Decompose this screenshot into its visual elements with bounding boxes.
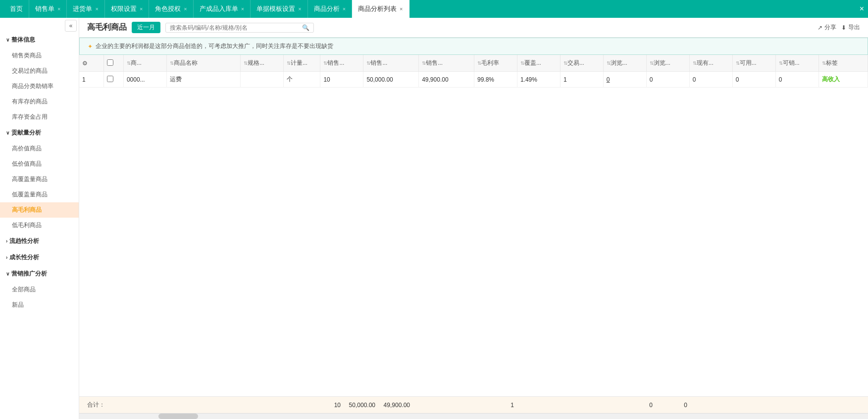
col-header-name[interactable]: ⇅商品名称 <box>166 55 240 72</box>
cell-spec-0 <box>240 72 283 88</box>
search-input[interactable] <box>170 24 302 31</box>
col-header-checkbox[interactable] <box>104 55 124 72</box>
col-header-salesQty[interactable]: ⇅销售... <box>320 55 363 72</box>
sort-icon: ⇅ <box>736 60 740 66</box>
sidebar-section-4[interactable]: ∨营销推广分析 <box>0 266 79 282</box>
sort-icon: ⇅ <box>422 60 426 66</box>
footer-sales-qty: 10 <box>309 402 344 409</box>
window-close-button[interactable]: × <box>860 0 864 18</box>
sidebar-item-1-1[interactable]: 低价值商品 <box>0 156 79 172</box>
sidebar-item-1-0[interactable]: 高价值商品 <box>0 141 79 156</box>
col-header-tag[interactable]: ⇅标签 <box>818 55 868 72</box>
sidebar-item-1-2[interactable]: 高覆盖量商品 <box>0 172 79 187</box>
col-header-browse1[interactable]: ⇅浏览... <box>603 55 646 72</box>
nav-tab-close-7[interactable]: × <box>343 6 346 12</box>
cell-unit-0: 个 <box>283 72 320 88</box>
nav-tab-close-5[interactable]: × <box>241 6 244 12</box>
horizontal-scrollbar[interactable] <box>79 413 868 419</box>
sidebar-item-1-3[interactable]: 低覆盖量商品 <box>0 187 79 202</box>
nav-tab-close-2[interactable]: × <box>95 6 98 12</box>
cell-grossMargin-0: 99.8% <box>474 72 517 88</box>
nav-tab-6[interactable]: 单据模板设置 × <box>251 0 307 18</box>
share-icon: ↗ <box>817 24 822 31</box>
sort-icon: ⇅ <box>287 60 291 66</box>
sort-icon: ⇅ <box>366 60 370 66</box>
col-header-salesAmt[interactable]: ⇅销售... <box>363 55 419 72</box>
cell-salesAmt-0: 50,000.00 <box>363 72 419 88</box>
share-button[interactable]: ↗ 分享 <box>817 23 836 32</box>
export-button[interactable]: ⬇ 导出 <box>841 23 860 32</box>
sidebar-item-0-4[interactable]: 库存资金占用 <box>0 109 79 125</box>
sidebar: «∨整体信息销售类商品交易过的商品商品分类助销率有库存的商品库存资金占用∨贡献量… <box>0 18 79 419</box>
cell-available-0: 0 <box>732 72 775 88</box>
col-header-salesCost[interactable]: ⇅销售... <box>419 55 474 72</box>
sidebar-section-1[interactable]: ∨贡献量分析 <box>0 125 79 141</box>
nav-tab-7[interactable]: 商品分析 × <box>308 0 352 18</box>
cell-checkbox-0[interactable] <box>104 72 124 88</box>
sidebar-item-4-0[interactable]: 全部商品 <box>0 282 79 297</box>
select-all-checkbox[interactable] <box>107 59 113 66</box>
sidebar-section-2[interactable]: ›流趋性分析 <box>0 233 79 249</box>
nav-tab-5[interactable]: 产成品入库单 × <box>194 0 251 18</box>
footer-available: 0 <box>621 402 656 409</box>
footer-label: 合计： <box>87 401 105 409</box>
col-header-available[interactable]: ⇅可用... <box>732 55 775 72</box>
col-header-coverage[interactable]: ⇅覆盖... <box>517 55 560 72</box>
col-header-sku[interactable]: ⇅商... <box>123 55 166 72</box>
sidebar-arrow-icon: › <box>6 238 7 244</box>
cell-transaction-0: 1 <box>560 72 603 88</box>
col-header-transaction[interactable]: ⇅交易... <box>560 55 603 72</box>
cell-browse1-0[interactable]: 0 <box>603 72 646 88</box>
settings-icon[interactable]: ⚙ <box>82 60 88 67</box>
table-wrapper[interactable]: ⚙⇅商...⇅商品名称⇅规格...⇅计量...⇅销售...⇅销售...⇅销售..… <box>79 55 868 396</box>
nav-tab-close-1[interactable]: × <box>57 6 60 12</box>
nav-tab-3[interactable]: 权限设置 × <box>105 0 149 18</box>
sidebar-item-0-2[interactable]: 商品分类助销率 <box>0 79 79 94</box>
sidebar-section-0[interactable]: ∨整体信息 <box>0 32 79 48</box>
sort-icon: ⇅ <box>244 60 248 66</box>
nav-tab-close-8[interactable]: × <box>400 6 403 12</box>
sort-icon: ⇅ <box>822 60 826 66</box>
sidebar-item-1-5[interactable]: 低毛利商品 <box>0 218 79 233</box>
col-header-stock[interactable]: ⇅现有... <box>689 55 732 72</box>
sidebar-collapse-button[interactable]: « <box>65 20 77 32</box>
cell-stock-0: 0 <box>689 72 732 88</box>
cell-coverage-0: 1.49% <box>517 72 560 88</box>
col-header-index[interactable]: ⚙ <box>79 55 104 72</box>
nav-tab-4[interactable]: 角色授权 × <box>149 0 193 18</box>
nav-tab-1[interactable]: 销售单 × <box>29 0 67 18</box>
sort-icon: ⇅ <box>607 60 611 66</box>
export-icon: ⬇ <box>841 24 846 31</box>
nav-tab-close-3[interactable]: × <box>140 6 143 12</box>
main-layout: «∨整体信息销售类商品交易过的商品商品分类助销率有库存的商品库存资金占用∨贡献量… <box>0 18 868 419</box>
col-header-grossMargin[interactable]: ⇅毛利率 <box>474 55 517 72</box>
row-checkbox-0[interactable] <box>107 76 113 82</box>
nav-tab-close-4[interactable]: × <box>184 6 187 12</box>
col-header-browse2[interactable]: ⇅浏览... <box>646 55 689 72</box>
col-header-sellable[interactable]: ⇅可销... <box>775 55 818 72</box>
cell-index-0: 1 <box>79 72 104 88</box>
nav-tab-0[interactable]: 首页 <box>4 0 29 18</box>
sidebar-section-3[interactable]: ›成长性分析 <box>0 249 79 266</box>
footer-sales-cost: 49,900.00 <box>378 402 413 409</box>
col-header-spec[interactable]: ⇅规格... <box>240 55 283 72</box>
filter-recent-month-button[interactable]: 近一月 <box>132 22 160 33</box>
sidebar-item-1-4[interactable]: 高毛利商品 <box>0 202 79 218</box>
sidebar-item-0-3[interactable]: 有库存的商品 <box>0 94 79 109</box>
sidebar-item-0-0[interactable]: 销售类商品 <box>0 48 79 63</box>
sidebar-item-0-1[interactable]: 交易过的商品 <box>0 63 79 79</box>
browse-link-0[interactable]: 0 <box>607 76 610 83</box>
top-nav: 首页销售单 ×进货单 ×权限设置 ×角色授权 ×产成品入库单 ×单据模板设置 ×… <box>0 0 868 18</box>
nav-tab-close-6[interactable]: × <box>298 6 301 12</box>
header-actions: ↗ 分享 ⬇ 导出 <box>817 23 860 32</box>
cell-sellable-0: 0 <box>775 72 818 88</box>
tag-label-0: 高收入 <box>822 76 840 83</box>
sort-icon: ⇅ <box>170 60 174 66</box>
content-area: 高毛利商品 近一月 🔍 ↗ 分享 ⬇ 导出 ✦ 企业的主要的利润都是这部分商品创… <box>79 18 868 419</box>
nav-tab-2[interactable]: 进货单 × <box>67 0 104 18</box>
nav-tab-8[interactable]: 商品分析列表 × <box>352 0 409 18</box>
sort-icon: ⇅ <box>477 60 481 66</box>
search-icon[interactable]: 🔍 <box>302 24 309 31</box>
col-header-unit[interactable]: ⇅计量... <box>283 55 320 72</box>
sidebar-item-4-1[interactable]: 新品 <box>0 297 79 313</box>
